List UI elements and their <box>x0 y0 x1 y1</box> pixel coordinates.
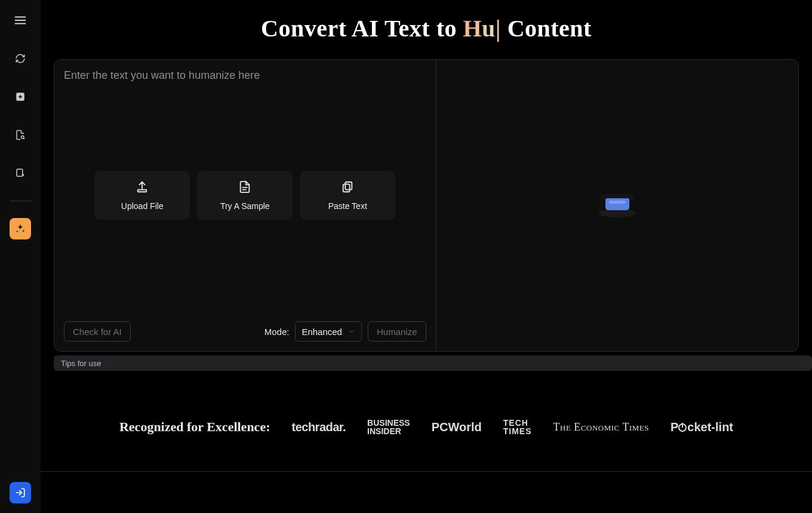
page-title: Convert AI Text to Hu| Content <box>41 0 812 59</box>
output-pane <box>436 60 799 351</box>
sidebar-bottom <box>10 482 31 503</box>
svg-rect-14 <box>343 184 350 192</box>
headline-cursor: | <box>496 15 501 42</box>
brand-techtimes: TECH TIMES <box>503 419 532 435</box>
humanize-button[interactable]: Humanize <box>368 321 426 342</box>
tips-label: Tips for use <box>61 359 101 368</box>
login-icon[interactable] <box>10 482 31 503</box>
try-sample-card[interactable]: Try A Sample <box>197 171 293 220</box>
sidebar-divider <box>10 201 31 201</box>
upload-file-label: Upload File <box>121 201 164 211</box>
paste-text-label: Paste Text <box>328 201 367 211</box>
refresh-icon[interactable] <box>10 48 31 69</box>
recognized-label: Recognized for Excellence: <box>119 419 270 435</box>
footer-divider <box>41 471 812 472</box>
paste-text-card[interactable]: Paste Text <box>300 171 395 220</box>
empty-state-icon <box>598 193 636 217</box>
sparkle-icon[interactable] <box>10 218 31 239</box>
footer-right: Mode: Enhanced Humanize <box>264 321 426 342</box>
input-action-cards: Upload File Try A Sample Paste Text <box>64 93 426 321</box>
chevron-down-icon <box>348 327 355 337</box>
brand-techradar: techradar <box>291 420 346 434</box>
edit-doc-icon[interactable] <box>10 162 31 184</box>
input-footer: Check for AI Mode: Enhanced Humanize <box>64 321 426 342</box>
mode-label: Mode: <box>264 327 290 337</box>
headline-prefix: Convert AI Text to <box>261 15 463 42</box>
recognized-row: Recognized for Excellence: techradar BUS… <box>41 419 812 435</box>
humanize-input[interactable] <box>64 69 426 93</box>
main-content: Convert AI Text to Hu| Content Upload Fi… <box>41 0 812 513</box>
brand-pocketlint: Pcket-lint <box>670 420 733 434</box>
headline-highlight: Hu <box>463 15 495 42</box>
sidebar <box>0 0 41 513</box>
svg-rect-10 <box>138 189 147 192</box>
headline-suffix: Content <box>501 15 592 42</box>
check-ai-button[interactable]: Check for AI <box>64 321 131 342</box>
upload-icon <box>136 180 149 195</box>
power-icon <box>678 423 687 432</box>
mode-select[interactable]: Enhanced <box>295 321 362 342</box>
brand-pcworld: PCWorld <box>432 420 482 434</box>
svg-rect-8 <box>17 169 23 176</box>
svg-point-6 <box>21 136 24 139</box>
tips-chip[interactable]: Tips for use <box>54 355 812 371</box>
try-sample-label: Try A Sample <box>220 201 270 211</box>
add-icon[interactable] <box>10 86 31 107</box>
editor-panel: Upload File Try A Sample Paste Text Chec… <box>54 59 799 352</box>
svg-line-7 <box>24 139 24 139</box>
input-pane: Upload File Try A Sample Paste Text Chec… <box>54 60 436 351</box>
mode-value: Enhanced <box>302 327 342 337</box>
brand-business-insider: BUSINESS INSIDER <box>367 419 410 435</box>
svg-rect-13 <box>346 182 352 189</box>
sidebar-top <box>0 10 41 239</box>
search-doc-icon[interactable] <box>10 124 31 146</box>
brand-economic-times: The Economic Times <box>553 421 649 434</box>
menu-icon[interactable] <box>10 10 31 31</box>
file-icon <box>238 180 251 195</box>
upload-file-card[interactable]: Upload File <box>94 171 190 220</box>
paste-icon <box>341 180 354 195</box>
